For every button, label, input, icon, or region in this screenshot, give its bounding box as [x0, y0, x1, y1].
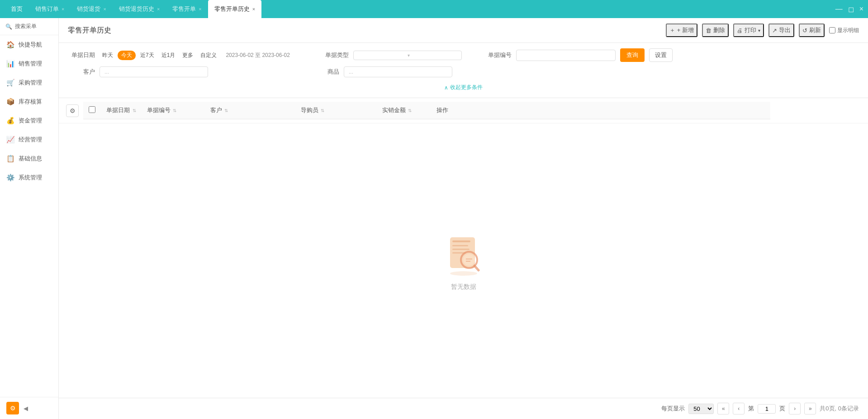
tab-sales-return-history-close[interactable]: × [157, 6, 160, 12]
svg-rect-2 [452, 240, 470, 242]
col-doc-no[interactable]: 单据编号 ⇅ [142, 102, 205, 119]
doc-type-select[interactable]: ▾ [353, 51, 462, 60]
add-label: + 新增 [677, 26, 694, 34]
date-7days-btn[interactable]: 近7天 [138, 51, 157, 60]
sidebar-item-quick-nav[interactable]: 🏠 快捷导航 [0, 35, 58, 54]
table-wrapper: ⚙ [59, 98, 868, 398]
col-salesperson[interactable]: 导购员 ⇅ [295, 102, 377, 119]
sidebar-search[interactable]: 🔍 搜索采单 [0, 18, 58, 35]
page-header: 零售开单历史 ＋ + 新增 🗑 删除 🖨 打印 ▾ ↗ 导出 [59, 18, 868, 43]
sidebar: 🔍 搜索采单 🏠 快捷导航 📊 销售管理 🛒 采购管理 📦 库存核算 💰 资金管… [0, 18, 59, 419]
svg-rect-3 [452, 245, 468, 246]
refresh-label: 刷新 [809, 26, 821, 34]
page-size-select[interactable]: 50 10 20 100 [688, 404, 714, 414]
sidebar-footer: ⚙ ◀ [0, 397, 58, 419]
tab-sales-return[interactable]: 销货退货 × [71, 0, 112, 18]
tab-retail-order-history-close[interactable]: × [252, 6, 255, 12]
product-label: 商品 [312, 68, 339, 76]
sidebar-collapse-button[interactable]: ◀ [24, 405, 28, 412]
sidebar-item-system-mgmt-label: 系统管理 [19, 174, 42, 182]
tab-sales-order[interactable]: 销售订单 × [29, 0, 71, 18]
sidebar-item-operation-mgmt-label: 经营管理 [19, 136, 42, 144]
product-dots: ... [349, 69, 353, 75]
sidebar-item-purchase-mgmt-label: 采购管理 [19, 79, 42, 87]
tab-sales-order-close[interactable]: × [62, 6, 64, 12]
col-amount[interactable]: 实销金额 ⇅ [377, 102, 431, 119]
sidebar-item-base-info-label: 基础信息 [19, 155, 42, 163]
cart-icon: 🛒 [6, 79, 15, 87]
next-page-button[interactable]: › [789, 403, 801, 414]
svg-rect-4 [452, 249, 470, 250]
gear-icon: ⚙ [10, 405, 16, 412]
sidebar-item-operation-mgmt[interactable]: 📈 经营管理 [0, 130, 58, 149]
sidebar-gear-button[interactable]: ⚙ [6, 402, 19, 414]
tab-retail-order[interactable]: 零售开单 × [166, 0, 208, 18]
col-date[interactable]: 单据日期 ⇅ [101, 102, 142, 119]
doc-type-label: 单据类型 [322, 51, 349, 59]
filter-area: 单据日期 昨天 今天 近7天 近1月 更多 自定义 2023-06-02 至 2… [59, 43, 868, 98]
delete-label: 删除 [713, 26, 725, 34]
sidebar-item-inventory[interactable]: 📦 库存核算 [0, 92, 58, 111]
tab-sales-return-close[interactable]: × [103, 6, 106, 12]
date-custom-btn[interactable]: 自定义 [198, 51, 219, 60]
export-button[interactable]: ↗ 导出 [768, 24, 794, 37]
minimize-btn[interactable]: — [835, 5, 843, 14]
doc-no-label: 单据编号 [484, 51, 512, 59]
sidebar-item-base-info[interactable]: 📋 基础信息 [0, 149, 58, 168]
sidebar-item-quick-nav-label: 快捷导航 [19, 41, 42, 49]
top-tabbar: 首页 销售订单 × 销货退货 × 销货退货历史 × 零售开单 × 零售开单历史 … [0, 0, 868, 18]
column-settings-button[interactable]: ⚙ [66, 104, 79, 117]
next-page-icon: › [794, 405, 796, 412]
delete-button[interactable]: 🗑 删除 [702, 24, 729, 37]
tab-sales-return-history[interactable]: 销货退货历史 × [113, 0, 166, 18]
sidebar-item-purchase-mgmt[interactable]: 🛒 采购管理 [0, 73, 58, 92]
product-input[interactable]: ... [344, 66, 452, 77]
trending-icon: 📈 [6, 136, 15, 144]
show-detail-text: 显示明细 [837, 27, 859, 34]
tab-retail-order-history[interactable]: 零售开单历史 × [208, 0, 261, 18]
sidebar-item-sales-mgmt[interactable]: 📊 销售管理 [0, 54, 58, 73]
refresh-button[interactable]: ↺ 刷新 [799, 24, 825, 37]
date-1month-btn[interactable]: 近1月 [159, 51, 178, 60]
print-icon: 🖨 [737, 27, 743, 34]
refresh-icon: ↺ [802, 27, 807, 34]
customer-input[interactable]: ... [100, 66, 208, 77]
settings-button[interactable]: 设置 [649, 48, 673, 62]
restore-btn[interactable]: ◻ [848, 5, 854, 14]
select-all-checkbox[interactable] [89, 106, 95, 113]
print-button[interactable]: 🖨 打印 ▾ [733, 24, 764, 37]
query-button[interactable]: 查询 [620, 48, 645, 62]
col-customer[interactable]: 客户 ⇅ [205, 102, 295, 119]
data-table: 单据日期 ⇅ 单据编号 ⇅ 客户 ⇅ [83, 102, 861, 119]
page-number-input[interactable] [758, 404, 776, 414]
date-yesterday-btn[interactable]: 昨天 [100, 51, 116, 60]
date-more-btn[interactable]: 更多 [180, 51, 196, 60]
collapse-row[interactable]: ∧ 收起更多条件 [68, 82, 859, 95]
last-page-button[interactable]: » [804, 403, 816, 414]
col-settings-icon: ⚙ [70, 107, 76, 114]
tab-retail-order-close[interactable]: × [199, 6, 201, 12]
content-area: 零售开单历史 ＋ + 新增 🗑 删除 🖨 打印 ▾ ↗ 导出 [59, 18, 868, 419]
main-layout: 🔍 搜索采单 🏠 快捷导航 📊 销售管理 🛒 采购管理 📦 库存核算 💰 资金管… [0, 18, 868, 419]
last-page-icon: » [809, 405, 812, 412]
close-btn[interactable]: × [859, 5, 863, 14]
add-button[interactable]: ＋ + 新增 [666, 24, 697, 37]
date-today-btn[interactable]: 今天 [118, 51, 136, 60]
page-title: 零售开单历史 [68, 26, 111, 35]
tab-home[interactable]: 首页 [5, 0, 29, 18]
first-page-icon: « [722, 405, 725, 412]
sidebar-item-sales-mgmt-label: 销售管理 [19, 60, 42, 68]
prev-page-icon: ‹ [738, 405, 740, 412]
sort-date-icon: ⇅ [133, 108, 136, 113]
sidebar-item-inventory-label: 库存核算 [19, 98, 42, 106]
prev-page-button[interactable]: ‹ [733, 403, 745, 414]
delete-icon: 🗑 [706, 27, 711, 34]
sidebar-item-system-mgmt[interactable]: ⚙️ 系统管理 [0, 168, 58, 187]
first-page-button[interactable]: « [717, 403, 729, 414]
sidebar-item-finance-mgmt[interactable]: 💰 资金管理 [0, 111, 58, 130]
add-icon: ＋ [669, 26, 675, 34]
show-detail-label[interactable]: 显示明细 [829, 27, 859, 34]
col-action: 操作 [431, 102, 770, 119]
show-detail-checkbox[interactable] [829, 27, 835, 33]
doc-no-input[interactable] [516, 50, 616, 61]
